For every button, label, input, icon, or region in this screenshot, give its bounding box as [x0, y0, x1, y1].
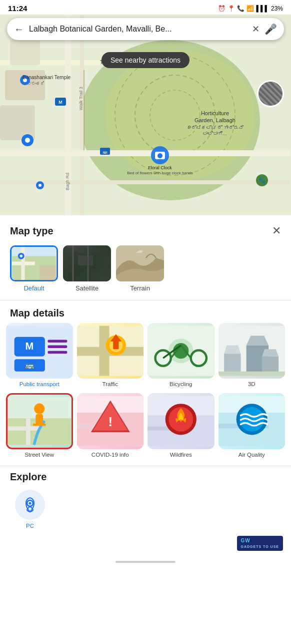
svg-text:Floral Clock: Floral Clock — [148, 165, 172, 170]
map-type-default[interactable]: Default — [10, 245, 58, 292]
svg-text:ಬನಶಂಕರಿ: ಬನಶಂಕರಿ — [22, 81, 44, 86]
svg-rect-45 — [40, 265, 56, 280]
explore-section: Explore PC — [0, 466, 291, 534]
map-details-row1: M 🚌 Public transport — [0, 321, 291, 391]
traffic-thumb — [77, 323, 144, 379]
airquality-label: Air Quality — [238, 452, 265, 458]
wildfires-label: Wildfires — [170, 452, 192, 458]
svg-rect-60 — [48, 346, 67, 349]
svg-text:Walk Trail 3: Walk Trail 3 — [78, 87, 84, 110]
map-type-terrain-label: Terrain — [130, 284, 150, 292]
detail-bicycling[interactable]: Bicycling — [148, 323, 214, 387]
svg-point-17 — [25, 138, 30, 143]
status-bar: 11:24 ⏰ 📍 📞 📶 ▌▌▌ 23% — [0, 0, 291, 15]
svg-text:🚌: 🚌 — [25, 361, 34, 370]
svg-point-2 — [105, 50, 255, 180]
svg-text:M: M — [58, 100, 62, 105]
map-details-header: Map details — [0, 300, 291, 321]
explore-pc-label: PC — [26, 523, 34, 529]
wifi-icon: 📶 — [246, 5, 254, 12]
svg-rect-9 — [0, 150, 290, 156]
svg-text:🚌: 🚌 — [102, 149, 108, 154]
close-button[interactable]: ✕ — [272, 224, 281, 237]
svg-point-21 — [38, 184, 42, 187]
covid-label: COVID-19 info — [92, 452, 129, 458]
location-icon: 📍 — [228, 5, 235, 12]
svg-text:Horticulture: Horticulture — [201, 110, 229, 116]
svg-text:ಹಾರ್ಟಿಕಲ್ಚರ್ ಗಾರ್ಡನ್: ಹಾರ್ಟಿಕಲ್ಚರ್ ಗಾರ್ಡನ್ — [186, 125, 244, 130]
detail-transport[interactable]: M 🚌 Public transport — [6, 323, 73, 387]
svg-rect-44 — [21, 247, 24, 280]
svg-point-28 — [158, 153, 162, 158]
location-pin-icon — [22, 497, 38, 513]
svg-point-88 — [34, 404, 44, 414]
svg-rect-77 — [224, 354, 240, 373]
detail-streetview[interactable]: Street View — [6, 393, 73, 457]
streetview-label: Street View — [24, 452, 54, 458]
3d-thumb — [218, 323, 286, 379]
map-type-satellite-thumb — [63, 245, 111, 281]
explore-icon-pc — [15, 490, 45, 520]
map-details-row2: Street View ! COVID-19 info — [0, 391, 291, 461]
search-bar[interactable]: ← Lalbagh Botanical Garden, Mavalli, Be.… — [7, 18, 284, 40]
map-type-default-thumb — [10, 245, 58, 281]
status-icons: ⏰ 📍 📞 📶 ▌▌▌ 23% — [218, 5, 283, 12]
transport-label: Public transport — [20, 381, 60, 387]
mic-button[interactable]: 🎤 — [264, 23, 277, 35]
svg-rect-83 — [218, 372, 286, 376]
map-type-header: Map type ✕ — [0, 215, 291, 242]
covid-thumb: ! — [77, 393, 144, 449]
detail-airquality[interactable]: Air Quality — [218, 393, 286, 457]
detail-traffic[interactable]: Traffic — [77, 323, 144, 387]
svg-rect-59 — [48, 340, 67, 343]
svg-text:ಲಾಲ್ಬಾಗ್...: ಲಾಲ್ಬಾಗ್... — [203, 131, 226, 136]
map-details-title: Map details — [10, 307, 64, 318]
clear-search-button[interactable]: ✕ — [252, 24, 260, 35]
map-type-default-label: Default — [24, 284, 44, 292]
watermark-area: GW GADGETS TO USE — [0, 534, 291, 556]
map-type-terrain[interactable]: Terrain — [116, 245, 164, 292]
svg-rect-52 — [78, 255, 93, 265]
detail-3d[interactable]: 3D — [218, 323, 286, 387]
signal-icon: ▌▌▌ — [256, 5, 269, 12]
svg-marker-82 — [262, 349, 278, 356]
svg-rect-86 — [8, 427, 40, 431]
svg-rect-81 — [262, 357, 278, 373]
svg-point-108 — [29, 502, 32, 504]
streetview-thumb — [6, 393, 73, 449]
svg-text:🐾: 🐾 — [258, 177, 266, 184]
map-avatar — [257, 80, 284, 107]
svg-rect-89 — [36, 414, 43, 425]
bicycling-label: Bicycling — [170, 381, 192, 387]
search-text: Lalbagh Botanical Garden, Mavalli, Be... — [29, 25, 247, 34]
svg-rect-87 — [26, 419, 30, 445]
map-type-satellite[interactable]: Satellite — [63, 245, 111, 292]
svg-text:Garden, Lalbagh: Garden, Lalbagh — [194, 117, 236, 123]
alarm-icon: ⏰ — [218, 5, 226, 12]
watermark-sub: GADGETS TO USE — [241, 545, 280, 548]
nearby-attractions-button[interactable]: See nearby attractions — [102, 52, 190, 68]
back-button[interactable]: ← — [14, 24, 24, 35]
map-type-satellite-label: Satellite — [76, 284, 98, 292]
explore-title: Explore — [10, 471, 281, 483]
map-type-terrain-thumb — [116, 245, 164, 281]
bicycling-thumb — [148, 323, 214, 379]
map-type-title: Map type — [10, 225, 54, 237]
explore-item-pc[interactable]: PC — [10, 490, 50, 529]
watermark-text: GW — [241, 538, 250, 543]
svg-rect-12 — [10, 40, 40, 65]
transport-thumb: M 🚌 — [6, 323, 73, 379]
3d-label: 3D — [248, 381, 256, 387]
svg-point-47 — [20, 255, 23, 257]
svg-text:Banashankari Temple: Banashankari Temple — [22, 75, 70, 80]
call-icon: 📞 — [237, 5, 244, 12]
detail-wildfires[interactable]: Wildfires — [148, 393, 214, 457]
status-time: 11:24 — [8, 4, 27, 13]
bottom-navigation-bar — [0, 556, 291, 568]
detail-covid[interactable]: ! COVID-19 info — [77, 393, 144, 457]
svg-text:M: M — [25, 341, 34, 352]
map-view: M Horticulture Garden, Lalbagh ಹಾರ್ಟಿಕಲ್… — [0, 0, 291, 215]
traffic-label: Traffic — [102, 381, 118, 387]
svg-text:Bed of flowers with huge clock: Bed of flowers with huge clock hands — [127, 171, 193, 175]
explore-grid: PC — [10, 490, 281, 529]
